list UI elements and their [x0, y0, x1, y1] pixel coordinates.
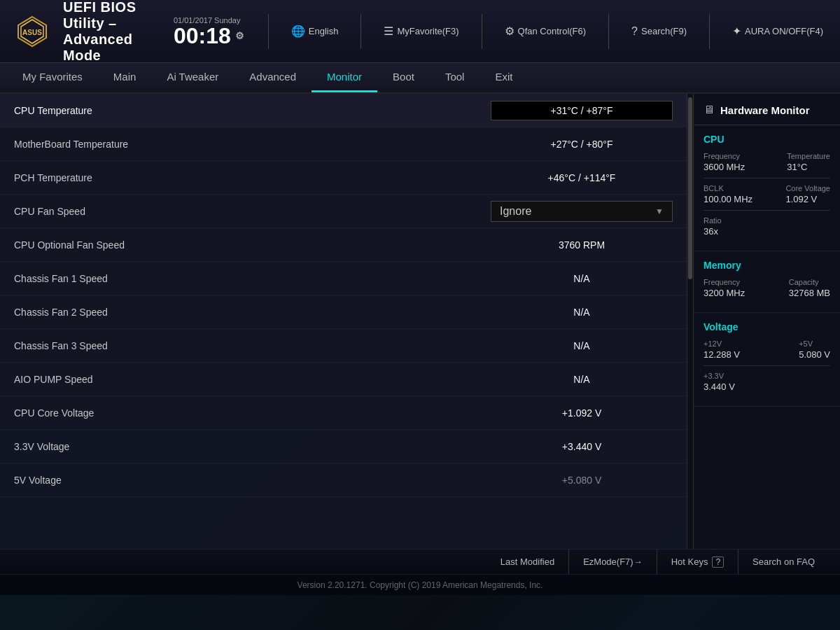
monitor-row[interactable]: MotherBoard Temperature+27°C / +80°F	[0, 127, 687, 161]
aura-button[interactable]: ✦ AURA ON/OFF(F4)	[727, 22, 829, 41]
monitor-row[interactable]: 5V Voltage+5.080 V	[0, 463, 687, 497]
nav-ai-tweaker[interactable]: Ai Tweaker	[151, 63, 234, 92]
time-display: 00:18 ⚙	[174, 24, 244, 47]
navbar: My Favorites Main Ai Tweaker Advanced Mo…	[0, 63, 840, 94]
row-label: AIO PUMP Speed	[14, 374, 491, 385]
row-value-cell: N/A	[491, 307, 673, 318]
hw-voltage-section: Voltage +12V 12.288 V +5V 5.080 V +3.3V …	[694, 313, 840, 407]
mem-cap-label: Capacity	[789, 278, 830, 286]
hw-memory-title: Memory	[704, 260, 830, 271]
hw-divider-2	[704, 210, 830, 211]
settings-icon[interactable]: ⚙	[235, 31, 244, 41]
hw-cpu-bclk-voltage: BCLK 100.00 MHz Core Voltage 1.092 V	[704, 184, 830, 204]
globe-icon: 🌐	[291, 24, 305, 38]
ratio-label: Ratio	[704, 216, 722, 225]
v5-val: 5.080 V	[799, 349, 830, 360]
monitor-icon: 🖥	[704, 104, 715, 116]
search-faq-button[interactable]: Search on FAQ	[738, 550, 829, 574]
row-label: 5V Voltage	[14, 475, 491, 486]
hw-cpu-freq-col: Frequency 3600 MHz	[704, 152, 745, 172]
hw-volt-12v-5v: +12V 12.288 V +5V 5.080 V	[704, 340, 830, 360]
monitor-row[interactable]: CPU Fan SpeedIgnore▼	[0, 195, 687, 228]
nav-tool[interactable]: Tool	[430, 63, 480, 92]
v5-label: +5V	[799, 340, 830, 348]
hw-cpu-temp-col: Temperature 31°C	[787, 152, 830, 172]
hw-corevolt-col: Core Voltage 1.092 V	[785, 184, 830, 204]
row-value-cell: +46°C / +114°F	[491, 172, 673, 183]
qfan-button[interactable]: ⚙ Qfan Control(F6)	[499, 22, 592, 41]
monitor-row[interactable]: AIO PUMP SpeedN/A	[0, 363, 687, 396]
monitor-row[interactable]: CPU Core Voltage+1.092 V	[0, 396, 687, 430]
main-layout: CPU Temperature+31°C / +87°FMotherBoard …	[0, 94, 840, 549]
search-button[interactable]: ? Search(F9)	[626, 22, 692, 41]
header-right: 01/01/2017 Sunday 00:18 ⚙ 🌐 English ☰ My…	[174, 14, 829, 49]
v12-val: 12.288 V	[704, 349, 740, 360]
cpu-freq-label: Frequency	[704, 152, 745, 160]
scrollbar[interactable]	[687, 94, 693, 549]
monitor-row[interactable]: Chassis Fan 1 SpeedN/A	[0, 262, 687, 295]
row-label: CPU Temperature	[14, 105, 491, 116]
monitor-row[interactable]: 3.3V Voltage+3.440 V	[0, 430, 687, 463]
bclk-val: 100.00 MHz	[704, 194, 752, 204]
row-label: 3.3V Voltage	[14, 441, 491, 452]
bclk-label: BCLK	[704, 184, 752, 192]
v12-label: +12V	[704, 340, 740, 348]
row-value-cell: +3.440 V	[491, 441, 673, 452]
nav-my-favorites[interactable]: My Favorites	[7, 63, 98, 92]
hw-divider-1	[704, 178, 830, 178]
monitor-row[interactable]: Chassis Fan 2 SpeedN/A	[0, 295, 687, 329]
monitor-rows-container: CPU Temperature+31°C / +87°FMotherBoard …	[0, 94, 687, 549]
mem-freq-label: Frequency	[704, 278, 745, 286]
monitor-row[interactable]: Chassis Fan 3 SpeedN/A	[0, 329, 687, 363]
ez-mode-button[interactable]: EzMode(F7)→	[569, 550, 657, 574]
last-modified-button[interactable]: Last Modified	[486, 550, 569, 574]
scrollbar-thumb[interactable]	[688, 97, 692, 279]
row-value-cell: +31°C / +87°F	[491, 101, 673, 120]
hw-memory-section: Memory Frequency 3200 MHz Capacity 32768…	[694, 251, 840, 313]
row-label: CPU Optional Fan Speed	[14, 239, 491, 251]
nav-main[interactable]: Main	[98, 63, 152, 92]
divider-2	[360, 14, 361, 49]
core-voltage-val: 1.092 V	[785, 194, 830, 204]
title-block: UEFI BIOS Utility – Advanced Mode	[63, 0, 174, 64]
divider-4	[608, 14, 609, 49]
monitor-table: CPU Temperature+31°C / +87°FMotherBoard …	[0, 94, 687, 549]
footer-text: Version 2.20.1271. Copyright (C) 2019 Am…	[298, 580, 543, 590]
hw-cpu-ratio: Ratio 36x	[704, 216, 830, 237]
hw-ratio-col: Ratio 36x	[704, 216, 722, 237]
cpu-freq-val: 3600 MHz	[704, 162, 745, 172]
dropdown-text: Ignore	[500, 205, 531, 218]
nav-exit[interactable]: Exit	[479, 63, 528, 92]
hw-monitor-panel: 🖥 Hardware Monitor CPU Frequency 3600 MH…	[693, 94, 840, 549]
content-area: CPU Temperature+31°C / +87°FMotherBoard …	[0, 94, 687, 549]
fan-icon: ⚙	[505, 24, 514, 38]
nav-advanced[interactable]: Advanced	[234, 63, 312, 92]
mem-cap-val: 32768 MB	[789, 288, 830, 298]
footer: Version 2.20.1271. Copyright (C) 2019 Am…	[0, 574, 840, 595]
statusbar: Last Modified EzMode(F7)→ Hot Keys ? Sea…	[0, 549, 840, 574]
monitor-row[interactable]: PCH Temperature+46°C / +114°F	[0, 161, 687, 195]
hw-cpu-title: CPU	[704, 134, 830, 145]
header: ASUS UEFI BIOS Utility – Advanced Mode 0…	[0, 0, 840, 63]
mem-freq-val: 3200 MHz	[704, 288, 745, 298]
svg-text:ASUS: ASUS	[22, 29, 42, 36]
hw-bclk-col: BCLK 100.00 MHz	[704, 184, 752, 204]
row-value-cell: N/A	[491, 374, 673, 385]
hw-mem-cap-col: Capacity 32768 MB	[789, 278, 830, 298]
aura-icon: ✦	[732, 24, 741, 38]
row-value-cell[interactable]: Ignore▼	[491, 201, 673, 222]
nav-monitor[interactable]: Monitor	[312, 63, 377, 92]
row-label: Chassis Fan 3 Speed	[14, 340, 491, 351]
cpu-temp-label: Temperature	[787, 152, 830, 160]
monitor-row[interactable]: CPU Optional Fan Speed3760 RPM	[0, 228, 687, 262]
v3-label: +3.3V	[704, 372, 735, 380]
hw-divider-3	[704, 365, 830, 366]
nav-boot[interactable]: Boot	[377, 63, 430, 92]
english-button[interactable]: 🌐 English	[286, 22, 344, 41]
search-icon: ?	[631, 25, 638, 38]
hot-keys-button[interactable]: Hot Keys ?	[657, 550, 738, 574]
datetime-display: 01/01/2017 Sunday 00:18 ⚙	[174, 16, 244, 47]
myfavorite-button[interactable]: ☰ MyFavorite(F3)	[378, 22, 464, 41]
row-value-cell: N/A	[491, 273, 673, 284]
monitor-row[interactable]: CPU Temperature+31°C / +87°F	[0, 94, 687, 127]
